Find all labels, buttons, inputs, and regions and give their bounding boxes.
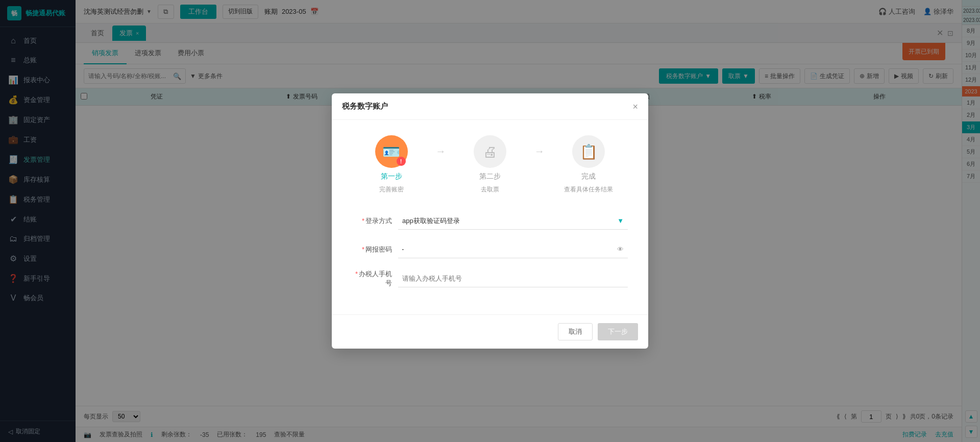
step-1: 🪪 ! 第一步 完善账密 bbox=[352, 135, 430, 194]
password-label: 网报密码 bbox=[352, 245, 398, 254]
arrow-2: → bbox=[529, 135, 550, 157]
modal-footer: 取消 下一步 bbox=[332, 314, 648, 349]
tax-digital-modal: 税务数字账户 × 🪪 ! 第一步 完善账密 → bbox=[332, 93, 648, 349]
step-2: 🖨 第二步 去取票 bbox=[451, 135, 529, 194]
step-2-sublabel: 去取票 bbox=[481, 185, 499, 194]
password-field: 网报密码 • 👁 bbox=[352, 241, 628, 258]
modal-header: 税务数字账户 × bbox=[332, 93, 648, 120]
next-button[interactable]: 下一步 bbox=[598, 323, 638, 340]
modal-overlay: 税务数字账户 × 🪪 ! 第一步 完善账密 → bbox=[0, 0, 980, 442]
password-eye-icon[interactable]: 👁 bbox=[617, 245, 624, 253]
password-input-wrap: • 👁 bbox=[398, 241, 628, 258]
phone-field: 办税人手机号 bbox=[352, 269, 628, 288]
step-1-icon-wrap: 🪪 ! bbox=[375, 135, 408, 168]
login-method-field: 登录方式 app获取验证码登录 ▼ bbox=[352, 212, 628, 230]
phone-input[interactable] bbox=[398, 270, 628, 287]
login-method-dropdown-icon: ▼ bbox=[617, 217, 624, 225]
step-3-icon: 📋 bbox=[580, 143, 598, 160]
step-2-icon-wrap: 🖨 bbox=[474, 135, 506, 168]
arrow-1: → bbox=[430, 135, 451, 157]
password-dot: • bbox=[402, 247, 404, 252]
login-method-value: app获取验证码登录 bbox=[402, 216, 460, 226]
step-2-label: 第二步 bbox=[479, 172, 501, 181]
step-3: 📋 完成 查看具体任务结果 bbox=[550, 135, 628, 194]
step-3-sublabel: 查看具体任务结果 bbox=[564, 185, 613, 194]
step-2-icon: 🖨 bbox=[483, 143, 497, 160]
step-1-label: 第一步 bbox=[381, 172, 402, 181]
step-3-label: 完成 bbox=[581, 172, 596, 181]
modal-title: 税务数字账户 bbox=[342, 102, 388, 111]
modal-close-button[interactable]: × bbox=[632, 102, 638, 111]
step-1-error-badge: ! bbox=[397, 157, 406, 166]
login-method-label: 登录方式 bbox=[352, 216, 398, 226]
cancel-button[interactable]: 取消 bbox=[558, 323, 593, 340]
phone-label: 办税人手机号 bbox=[352, 269, 398, 288]
modal-body: 🪪 ! 第一步 完善账密 → 🖨 第二步 去取票 → bbox=[332, 120, 648, 314]
step-1-sublabel: 完善账密 bbox=[379, 185, 404, 194]
login-method-select[interactable]: app获取验证码登录 ▼ bbox=[398, 212, 628, 230]
steps-container: 🪪 ! 第一步 完善账密 → 🖨 第二步 去取票 → bbox=[352, 135, 628, 194]
step-3-icon-wrap: 📋 bbox=[572, 135, 605, 168]
